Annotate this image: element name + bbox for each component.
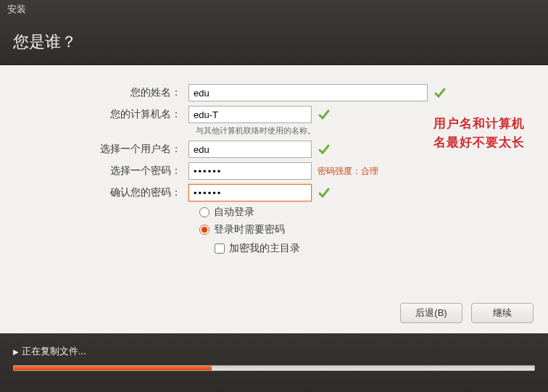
label-hostname: 您的计算机名： xyxy=(0,108,188,121)
page-heading: 您是谁？ xyxy=(13,31,77,53)
annotation-line1: 用户名和计算机 xyxy=(433,114,525,133)
check-icon xyxy=(433,86,447,99)
external-annotation: 用户名和计算机 名最好不要太长 xyxy=(433,114,525,151)
form-area: 您的姓名： 您的计算机名： 与其他计算机联络时使用的名称。 选择一个用户名： 选… xyxy=(0,65,548,333)
checkbox-encrypt-home-label: 加密我的主目录 xyxy=(229,242,300,255)
radio-auto-login[interactable] xyxy=(199,207,209,217)
progress-text: 正在复制文件... xyxy=(22,345,86,358)
page-header: 您是谁？ xyxy=(0,19,548,65)
radio-require-password[interactable] xyxy=(199,225,209,235)
progress-bar xyxy=(13,365,535,371)
checkbox-encrypt-home[interactable] xyxy=(215,243,225,254)
password-input[interactable] xyxy=(188,162,312,180)
check-icon xyxy=(317,186,331,199)
password-strength: 密码强度：合理 xyxy=(317,165,378,178)
label-password: 选择一个密码： xyxy=(0,164,188,178)
label-confirm: 确认您的密码： xyxy=(0,186,188,199)
progress-area: ▶ 正在复制文件... xyxy=(0,333,548,391)
hostname-input[interactable] xyxy=(188,106,312,123)
back-button[interactable]: 后退(B) xyxy=(400,303,462,323)
continue-button[interactable]: 继续 xyxy=(471,303,534,323)
confirm-password-input[interactable] xyxy=(188,184,312,201)
radio-auto-login-label: 自动登录 xyxy=(214,206,254,219)
label-name: 您的姓名： xyxy=(0,86,188,99)
progress-fill xyxy=(14,366,212,370)
name-input[interactable] xyxy=(188,84,428,101)
expand-triangle-icon[interactable]: ▶ xyxy=(13,348,19,356)
annotation-line2: 名最好不要太长 xyxy=(433,133,525,152)
label-username: 选择一个用户名： xyxy=(0,143,188,156)
window-title: 安装 xyxy=(7,3,26,16)
radio-require-password-label: 登录时需要密码 xyxy=(214,223,285,236)
check-icon xyxy=(317,108,331,121)
titlebar: 安装 xyxy=(0,0,548,19)
check-icon xyxy=(317,143,331,156)
username-input[interactable] xyxy=(188,141,312,158)
